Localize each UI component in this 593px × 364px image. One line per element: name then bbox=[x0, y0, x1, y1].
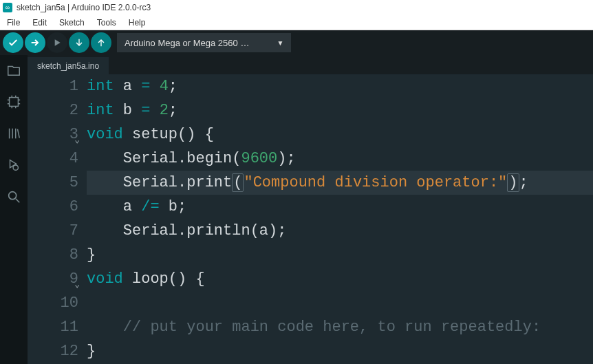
code-line[interactable]: int b = 2; bbox=[87, 98, 593, 122]
debug-button[interactable] bbox=[47, 32, 67, 53]
main-area: sketch_jan5a.ino 1 2 3⌄ 4 5 6 7 8 9⌄ 10 … bbox=[0, 55, 593, 364]
code-line[interactable]: } bbox=[87, 339, 593, 363]
line-number: 9⌄ bbox=[28, 267, 78, 291]
board-selector[interactable]: Arduino Mega or Mega 2560 … ▼ bbox=[117, 33, 291, 52]
boards-manager-icon[interactable] bbox=[4, 92, 23, 111]
svg-point-19 bbox=[9, 192, 17, 200]
line-number: 10 bbox=[28, 291, 78, 315]
svg-marker-1 bbox=[55, 39, 61, 45]
line-number: 4 bbox=[28, 147, 78, 171]
menu-help[interactable]: Help bbox=[123, 17, 151, 29]
upload-button[interactable] bbox=[25, 32, 45, 53]
code-line[interactable]: Serial.begin(9600); bbox=[87, 147, 593, 171]
play-debug-icon bbox=[52, 37, 63, 48]
arrow-right-icon bbox=[30, 37, 41, 48]
window-title: sketch_jan5a | Arduino IDE 2.0.0-rc3 bbox=[17, 3, 151, 12]
line-number: 6 bbox=[28, 195, 78, 219]
open-button[interactable] bbox=[91, 32, 111, 53]
code-line[interactable]: } bbox=[87, 243, 593, 267]
menu-sketch[interactable]: Sketch bbox=[54, 17, 90, 29]
line-number: 11 bbox=[28, 315, 78, 339]
menubar: File Edit Sketch Tools Help bbox=[0, 15, 593, 30]
arrow-up-icon bbox=[96, 37, 107, 48]
line-number: 7 bbox=[28, 219, 78, 243]
svg-line-16 bbox=[18, 129, 20, 138]
search-icon[interactable] bbox=[4, 187, 23, 206]
svg-line-20 bbox=[16, 199, 20, 203]
menu-tools[interactable]: Tools bbox=[91, 17, 122, 29]
new-tab-button[interactable] bbox=[69, 32, 89, 53]
line-number: 2 bbox=[28, 98, 78, 122]
arduino-app-icon: ∞ bbox=[3, 3, 12, 12]
code-line[interactable]: Serial.println(a); bbox=[87, 219, 593, 243]
line-number: 3⌄ bbox=[28, 122, 78, 147]
board-name: Arduino Mega or Mega 2560 … bbox=[125, 38, 249, 48]
chevron-down-icon: ▼ bbox=[277, 39, 283, 47]
code-lines[interactable]: int a = 4; int b = 2; void setup() { Ser… bbox=[87, 74, 593, 364]
code-line[interactable]: a /= b; bbox=[87, 195, 593, 219]
debug-panel-icon[interactable] bbox=[4, 156, 23, 175]
code-line[interactable]: int a = 4; bbox=[87, 74, 593, 98]
check-icon bbox=[8, 37, 19, 48]
tab-bar: sketch_jan5a.ino bbox=[28, 55, 593, 74]
activity-bar bbox=[0, 55, 28, 364]
titlebar: ∞ sketch_jan5a | Arduino IDE 2.0.0-rc3 bbox=[0, 0, 593, 15]
code-editor[interactable]: 1 2 3⌄ 4 5 6 7 8 9⌄ 10 11 12 int a = 4; … bbox=[28, 74, 593, 364]
line-number: 12 bbox=[28, 339, 78, 363]
tab-sketch[interactable]: sketch_jan5a.ino bbox=[28, 57, 109, 74]
editor-area: sketch_jan5a.ino 1 2 3⌄ 4 5 6 7 8 9⌄ 10 … bbox=[28, 55, 593, 364]
svg-rect-4 bbox=[10, 98, 19, 107]
explorer-icon[interactable] bbox=[4, 61, 23, 80]
code-line[interactable] bbox=[87, 291, 593, 315]
library-manager-icon[interactable] bbox=[4, 124, 23, 143]
menu-file[interactable]: File bbox=[1, 17, 25, 29]
verify-button[interactable] bbox=[3, 32, 23, 53]
line-number: 1 bbox=[28, 74, 78, 98]
code-line[interactable]: void setup() { bbox=[87, 122, 593, 147]
svg-point-18 bbox=[13, 165, 18, 170]
toolbar: Arduino Mega or Mega 2560 … ▼ bbox=[0, 30, 593, 55]
line-number: 8 bbox=[28, 243, 78, 267]
code-line[interactable]: void loop() { bbox=[87, 267, 593, 291]
line-number: 5 bbox=[28, 171, 78, 195]
arrow-down-icon bbox=[74, 37, 85, 48]
menu-edit[interactable]: Edit bbox=[27, 17, 52, 29]
line-gutter: 1 2 3⌄ 4 5 6 7 8 9⌄ 10 11 12 bbox=[28, 74, 87, 364]
code-line[interactable]: Serial.print("Compound division operator… bbox=[87, 171, 593, 195]
code-line[interactable]: // put your main code here, to run repea… bbox=[87, 315, 593, 339]
